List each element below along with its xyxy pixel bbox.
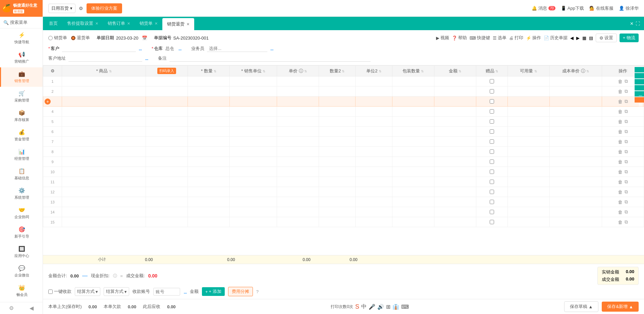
gift-cell-15[interactable] <box>476 217 507 227</box>
expense-split-btn[interactable]: 费用分摊 <box>228 287 253 296</box>
copy-row-btn-3[interactable]: ⧉ <box>625 99 628 104</box>
online-service-btn[interactable]: 💁 在线客服 <box>589 5 613 11</box>
delete-row-btn-13[interactable]: 🗑 <box>618 199 623 205</box>
copy-row-btn-14[interactable]: ⧉ <box>625 209 628 215</box>
unit2-cell-9[interactable] <box>356 157 392 167</box>
customer-input[interactable] <box>62 45 136 52</box>
cost-cell-5[interactable] <box>549 117 602 127</box>
amount-cell-14[interactable] <box>434 207 476 217</box>
cost-cell-3[interactable] <box>549 97 602 107</box>
gift-cell-10[interactable] <box>476 167 507 177</box>
product-cell-12[interactable] <box>62 187 146 197</box>
video-btn[interactable]: ▶ 视频 <box>436 35 449 41</box>
qty-cell-5[interactable] <box>188 117 230 127</box>
form-setting-btn[interactable]: ⚙ 设置 <box>596 34 617 42</box>
copy-row-btn-2[interactable]: ⧉ <box>625 88 628 94</box>
mic-icon[interactable]: 🎤 <box>369 304 375 310</box>
unit-cell-3[interactable] <box>230 97 277 107</box>
sidebar-item-apps[interactable]: 🔲 应用中心 <box>0 242 43 262</box>
cost-cell-10[interactable] <box>549 167 602 177</box>
add-logistics-btn[interactable]: + 物流 <box>620 34 639 42</box>
notes-float-btn[interactable]: 笔记 <box>635 67 644 72</box>
sidebar-item-partner[interactable]: 🤝 企业协同 <box>0 203 43 223</box>
amount-cell-12[interactable] <box>434 187 476 197</box>
delete-row-btn-7[interactable]: 🗑 <box>618 139 623 144</box>
copy-row-btn-6[interactable]: ⧉ <box>625 129 628 134</box>
copy-row-btn-9[interactable]: ⧉ <box>625 159 628 165</box>
amount-cell-11[interactable] <box>434 177 476 187</box>
close-tab-icon[interactable]: ✕ <box>630 21 634 26</box>
cost-cell-9[interactable] <box>549 157 602 167</box>
qty-cell-4[interactable] <box>188 107 230 117</box>
delete-row-btn-14[interactable]: 🗑 <box>618 209 623 215</box>
qty-cell-3[interactable] <box>188 97 230 107</box>
pack-qty-cell-1[interactable] <box>392 76 434 86</box>
delete-row-btn-4[interactable]: 🗑 <box>618 109 623 114</box>
qty2-cell-8[interactable] <box>319 147 355 157</box>
price-cell-8[interactable] <box>277 147 319 157</box>
qty-cell-1[interactable] <box>188 76 230 86</box>
sidebar-item-operations[interactable]: 📊 经营管理 <box>0 145 43 165</box>
qty2-cell-2[interactable] <box>319 86 355 97</box>
pack-qty-cell-13[interactable] <box>392 197 434 207</box>
product-cell-11[interactable] <box>62 177 146 187</box>
amount-cell-6[interactable] <box>434 127 476 137</box>
keyboard2-icon[interactable]: ⌨ <box>401 304 409 310</box>
cost-cell-2[interactable] <box>549 86 602 97</box>
gift-cell-9[interactable] <box>476 157 507 167</box>
sort-unit-icon[interactable]: ⇅ <box>263 69 265 73</box>
settings-icon[interactable]: ⚙ <box>9 305 14 311</box>
cost-cell-13[interactable] <box>549 197 602 207</box>
unit2-cell-7[interactable] <box>356 137 392 147</box>
tab-sales-order[interactable]: 销售订单 ✕ <box>103 17 135 30</box>
qty-cell-13[interactable] <box>188 197 230 207</box>
pack-qty-cell-8[interactable] <box>392 147 434 157</box>
gift-cell-6[interactable] <box>476 127 507 137</box>
unit2-cell-12[interactable] <box>356 187 392 197</box>
available-cell-9[interactable] <box>507 157 549 167</box>
cost-cell-14[interactable] <box>549 207 602 217</box>
notes-input[interactable] <box>169 55 371 62</box>
gift-cell-3[interactable] <box>476 97 507 107</box>
table-icon[interactable]: ⊞ <box>386 304 390 310</box>
unit2-cell-11[interactable] <box>356 177 392 187</box>
select-doc-btn[interactable]: ☰ 选单 <box>493 35 506 41</box>
sort-amount-icon[interactable]: ⇅ <box>459 69 461 73</box>
sidebar-item-guide[interactable]: 🎯 新手引导 <box>0 223 43 242</box>
scan-input-btn[interactable]: 扫码录入 <box>157 68 176 74</box>
unit2-cell-14[interactable] <box>356 207 392 217</box>
price-cell-11[interactable] <box>277 177 319 187</box>
cost-cell-4[interactable] <box>549 107 602 117</box>
cost-cell-8[interactable] <box>549 147 602 157</box>
expand-icon[interactable]: ⛶ <box>636 21 640 26</box>
delete-row-btn-3[interactable]: 🗑 <box>618 99 623 104</box>
delete-row-btn-1[interactable]: 🗑 <box>618 78 623 84</box>
gift-cell-4[interactable] <box>476 107 507 117</box>
available-cell-5[interactable] <box>507 117 549 127</box>
task-float-btn[interactable]: 任务 <box>635 85 644 90</box>
copy-row-btn-11[interactable]: ⧉ <box>625 179 628 185</box>
gift-cell-12[interactable] <box>476 187 507 197</box>
price-cell-7[interactable] <box>277 137 319 147</box>
pack-qty-cell-14[interactable] <box>392 207 434 217</box>
amount-cell-13[interactable] <box>434 197 476 207</box>
tab-sales-delivery-close[interactable]: ✕ <box>155 21 158 26</box>
delete-row-btn-10[interactable]: 🗑 <box>618 169 623 175</box>
sidebar-item-wechat[interactable]: 💬 企业微信 <box>0 262 43 281</box>
product-cell-5[interactable] <box>62 117 146 127</box>
unit-cell-2[interactable] <box>230 86 277 97</box>
delete-row-btn-12[interactable]: 🗑 <box>618 189 623 195</box>
product-cell-9[interactable] <box>62 157 146 167</box>
sidebar-item-shortcut[interactable]: ⚡ 快捷导航 <box>0 28 43 48</box>
chat-float-btn[interactable]: 聊一聊 <box>635 91 644 97</box>
cost-cell-7[interactable] <box>549 137 602 147</box>
next-doc-icon[interactable]: ▶ <box>576 36 580 41</box>
cost-cell-6[interactable] <box>549 127 602 137</box>
delete-row-btn-15[interactable]: 🗑 <box>618 219 623 225</box>
industry-select[interactable]: 日用百货 ▾ <box>48 4 75 13</box>
price-cell-10[interactable] <box>277 167 319 177</box>
warehouse-dots-btn[interactable]: ... <box>178 45 181 52</box>
gift-cell-1[interactable] <box>476 76 507 86</box>
sort-product-icon[interactable]: ⇅ <box>109 69 112 73</box>
voice-icon[interactable]: 🔊 <box>377 304 384 310</box>
